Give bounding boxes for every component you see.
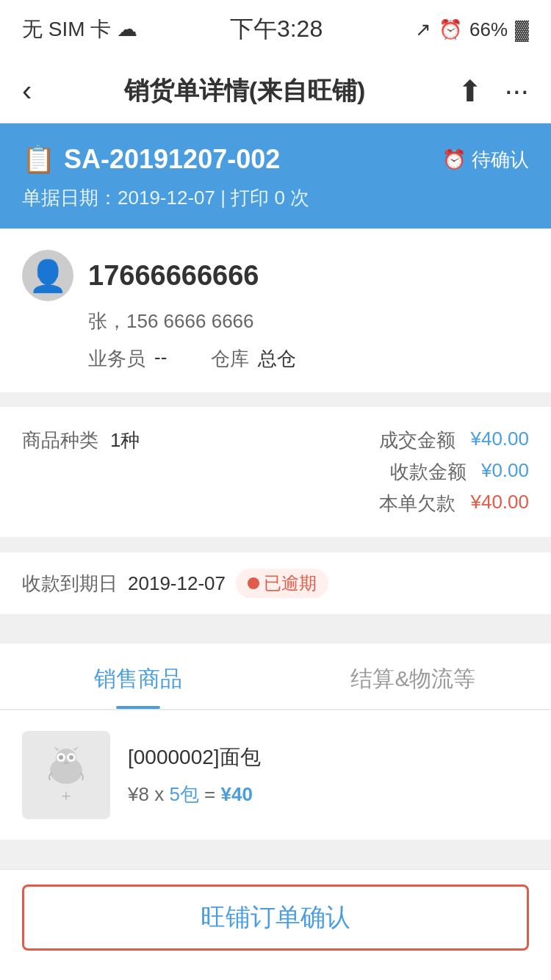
salesperson-label: 业务员 (88, 346, 145, 372)
product-info: [0000002]面包 ¥8 x 5包 = ¥40 (128, 743, 529, 807)
order-id: 📋 SA-20191207-002 (22, 144, 280, 175)
product-list: + [0000002]面包 ¥8 x 5包 = ¥40 (0, 710, 551, 840)
tab-sales-products[interactable]: 销售商品 (0, 644, 276, 709)
back-button[interactable]: ‹ (22, 74, 32, 107)
price-base: ¥8 x (128, 783, 169, 805)
customer-row: 👤 17666666666 (22, 250, 529, 301)
svg-marker-6 (54, 746, 60, 751)
received-amount-line: 收款金额 ¥0.00 (390, 459, 529, 485)
product-item: + [0000002]面包 ¥8 x 5包 = ¥40 (0, 710, 551, 840)
product-name: [0000002]面包 (128, 743, 529, 771)
customer-name: 张，156 6666 6666 (88, 309, 529, 334)
clock-icon: ⏰ (442, 148, 466, 171)
due-date: 2019-12-07 (128, 572, 226, 595)
overdue-dot-icon (248, 577, 259, 589)
svg-point-4 (59, 755, 63, 760)
svg-marker-7 (73, 746, 79, 751)
doc-date: 单据日期：2019-12-07 | 打印 0 次 (22, 185, 529, 211)
svg-point-5 (69, 755, 73, 760)
deal-amount-value: ¥40.00 (470, 428, 529, 453)
customer-meta: 业务员 -- 仓库 总仓 (88, 346, 529, 372)
order-id-text: SA-20191207-002 (64, 144, 280, 175)
tab-settlement-label: 结算&物流等 (350, 666, 475, 691)
deal-amount-label: 成交金额 (379, 428, 455, 453)
owl-logo-svg (40, 745, 92, 785)
product-type-label: 商品种类 (22, 428, 98, 453)
warehouse-value: 总仓 (258, 346, 296, 372)
plus-text: + (62, 787, 71, 806)
battery-text: 66% (469, 18, 508, 41)
tab-settlement[interactable]: 结算&物流等 (276, 644, 551, 709)
deal-amount-line: 成交金额 ¥40.00 (379, 428, 529, 453)
debt-label: 本单欠款 (379, 491, 455, 516)
status-time: 下午3:28 (230, 13, 323, 46)
alarm-icon: ⏰ (439, 18, 462, 41)
debt-value: ¥40.00 (470, 491, 529, 516)
share-button[interactable]: ⬆ (458, 74, 483, 108)
overdue-badge: 已逾期 (236, 569, 328, 598)
nav-bar: ‹ 销货单详情(来自旺铺) ⬆ ··· (0, 59, 551, 123)
debt-amount-line: 本单欠款 ¥40.00 (379, 491, 529, 516)
overdue-text: 已逾期 (264, 572, 317, 595)
nav-actions: ⬆ ··· (458, 74, 529, 108)
confirm-order-button[interactable]: 旺铺订单确认 (22, 884, 529, 951)
bottom-bar: 旺铺订单确认 (0, 869, 551, 980)
price-qty: 5包 (169, 783, 198, 805)
warehouse-label: 仓库 (211, 346, 249, 372)
due-section: 收款到期日 2019-12-07 已逾期 (0, 552, 551, 614)
customer-phone: 17666666666 (88, 260, 259, 292)
customer-section: 👤 17666666666 张，156 6666 6666 业务员 -- 仓库 … (0, 229, 551, 392)
salesperson-item: 业务员 -- (88, 346, 167, 372)
price-equals: = (199, 783, 221, 805)
divider-2 (0, 537, 551, 552)
status-right: ↗ ⏰ 66% ▓ (415, 18, 529, 41)
salesperson-value: -- (154, 346, 167, 372)
status-badge: ⏰ 待确认 (442, 147, 529, 173)
product-image: + (22, 731, 110, 819)
product-type-value: 1种 (110, 428, 140, 453)
product-image-inner: + (22, 731, 110, 819)
avatar: 👤 (22, 250, 73, 301)
due-label: 收款到期日 (22, 571, 118, 597)
more-button[interactable]: ··· (505, 74, 529, 107)
price-total: ¥40 (220, 783, 252, 805)
status-text: 待确认 (472, 147, 529, 173)
product-price: ¥8 x 5包 = ¥40 (128, 782, 529, 807)
amounts: 成交金额 ¥40.00 收款金额 ¥0.00 本单欠款 ¥40.00 (379, 428, 529, 516)
received-label: 收款金额 (390, 459, 467, 485)
received-value: ¥0.00 (481, 459, 529, 485)
page-title: 销货单详情(来自旺铺) (124, 74, 366, 108)
sim-wifi-text: 无 SIM 卡 ☁ (22, 15, 137, 43)
tabs: 销售商品 结算&物流等 (0, 644, 551, 710)
header-card: 📋 SA-20191207-002 ⏰ 待确认 单据日期：2019-12-07 … (0, 123, 551, 228)
divider-1 (0, 392, 551, 407)
tab-sales-label: 销售商品 (94, 666, 182, 691)
status-left: 无 SIM 卡 ☁ (22, 15, 137, 43)
warehouse-item: 仓库 总仓 (211, 346, 296, 372)
location-icon: ↗ (415, 18, 431, 41)
battery-icon: ▓ (515, 18, 529, 41)
avatar-icon: 👤 (29, 258, 67, 294)
divider-3 (0, 614, 551, 629)
summary-section: 商品种类 1种 成交金额 ¥40.00 收款金额 ¥0.00 本单欠款 ¥40.… (0, 407, 551, 537)
status-bar: 无 SIM 卡 ☁ 下午3:28 ↗ ⏰ 66% ▓ (0, 0, 551, 59)
order-icon: 📋 (22, 144, 55, 175)
